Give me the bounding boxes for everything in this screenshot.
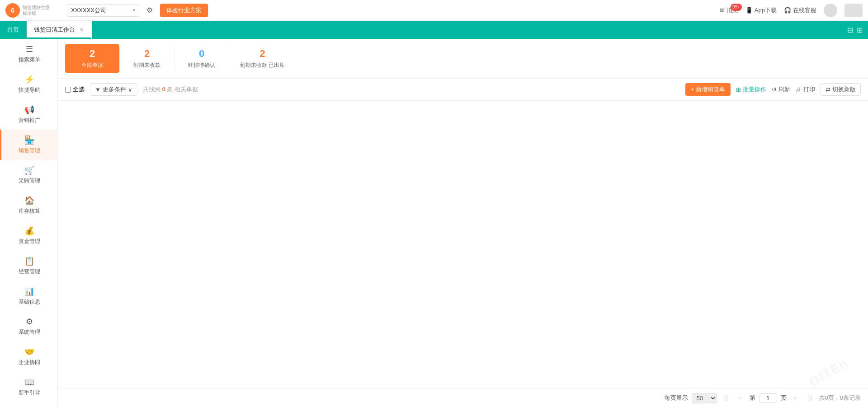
- sidebar-label-finance: 资金管理: [19, 238, 40, 245]
- finance-icon: 💰: [24, 226, 34, 236]
- new-order-button[interactable]: + 新增销货单: [685, 83, 731, 96]
- stat-card-shipped[interactable]: 2 到期未收款 已出库: [229, 44, 296, 73]
- sidebar-item-inventory[interactable]: 🏠 库存核算: [0, 190, 57, 220]
- sidebar-item-purchase[interactable]: 🛒 采购管理: [0, 160, 57, 190]
- tab-minimize-icon[interactable]: ⊟: [847, 26, 853, 34]
- logo-text: 畅捷通好生意 标准版: [23, 5, 50, 16]
- prev-page-button[interactable]: ＜: [735, 393, 746, 403]
- sidebar-label-system: 系统管理: [19, 328, 40, 336]
- first-page-button[interactable]: ⟨⟨: [721, 393, 731, 403]
- company-selector[interactable]: XXXXXX公司 ▾: [67, 4, 139, 17]
- enterprise-icon: 🤝: [24, 347, 34, 357]
- sidebar-item-app-center[interactable]: 📦 应用中心: [0, 402, 57, 407]
- sidebar-item-operations[interactable]: 📋 经营管理: [0, 251, 57, 281]
- filter-icon: ▼: [95, 86, 101, 93]
- sidebar-label-enterprise: 企业协同: [19, 359, 40, 366]
- sidebar-item-finance[interactable]: 💰 资金管理: [0, 220, 57, 251]
- filter-label: 更多条件: [103, 85, 126, 94]
- online-service-label: 在线客服: [793, 6, 816, 14]
- online-service-button[interactable]: 🎧 在线客服: [784, 6, 816, 14]
- sales-icon: 🏪: [24, 135, 34, 145]
- stat-card-overdue[interactable]: 2 到期未收款: [120, 44, 174, 73]
- sidebar-label-marketing: 营销推广: [19, 117, 40, 124]
- sidebar-item-marketing[interactable]: 📢 营销推广: [0, 99, 57, 130]
- stat-card-pending[interactable]: 0 旺辅待确认: [175, 44, 229, 73]
- search-menu-icon: ☰: [26, 44, 33, 54]
- tab-close-icon[interactable]: ✕: [80, 27, 84, 33]
- sidebar-item-system[interactable]: ⚙ 系统管理: [0, 311, 57, 342]
- switch-version-button[interactable]: ⇄ 切换新版: [821, 83, 861, 96]
- page-number-input[interactable]: [759, 393, 777, 403]
- select-all-checkbox[interactable]: 全选: [65, 85, 85, 94]
- tab-home[interactable]: 首页: [0, 21, 27, 39]
- sidebar-label-inventory: 库存核算: [19, 207, 40, 215]
- stat-card-all[interactable]: 2 全部单据: [65, 44, 119, 73]
- stat-label-overdue: 到期未收款: [133, 61, 160, 69]
- operations-icon: 📋: [24, 256, 34, 266]
- basic-info-icon: 📊: [24, 286, 34, 296]
- tab-maximize-icon[interactable]: ⊞: [857, 26, 863, 34]
- print-label: 打印: [803, 85, 815, 94]
- settings-button[interactable]: ⚙: [143, 4, 156, 17]
- phone-icon: 📱: [745, 7, 753, 14]
- sidebar-item-enterprise[interactable]: 🤝 企业协同: [0, 342, 57, 372]
- refresh-button[interactable]: ↺ 刷新: [772, 85, 790, 94]
- sidebar-label-operations: 经营管理: [19, 268, 40, 276]
- sidebar-item-guide[interactable]: 📖 新手引导: [0, 372, 57, 402]
- stat-number-pending: 0: [199, 48, 204, 60]
- purchase-icon: 🛒: [24, 165, 34, 175]
- batch-icon: ⊞: [736, 86, 741, 93]
- nav-tabs-actions: ⊟ ⊞: [842, 21, 868, 39]
- app-download-label: App下载: [755, 6, 777, 14]
- sidebar-item-sales[interactable]: 🏪 销售管理: [0, 130, 57, 160]
- select-all-input[interactable]: [65, 87, 71, 93]
- app-download-button[interactable]: 📱 App下载: [745, 6, 777, 14]
- avatar-extra: [844, 4, 863, 17]
- inventory-icon: 🏠: [24, 196, 34, 206]
- sidebar: ☰ 搜索菜单 ⚡ 快捷导航 📢 营销推广 🏪 销售管理 🛒 采购管理 🏠 库存核…: [0, 39, 58, 407]
- sidebar-item-basic-info[interactable]: 📊 基础信息: [0, 281, 57, 311]
- page-size-select[interactable]: 20 50 100: [692, 393, 717, 403]
- result-prefix: 共找到: [143, 86, 160, 93]
- page-unit: 页: [781, 394, 787, 402]
- guide-icon: 📖: [24, 377, 34, 387]
- tab-workbench[interactable]: 钱货日清工作台 ✕: [27, 21, 92, 39]
- result-suffix: 相关单据: [175, 86, 198, 93]
- sidebar-label-sales: 销售管理: [19, 147, 40, 154]
- topbar-right: ✉ 消息 99+ 📱 App下载 🎧 在线客服: [720, 4, 863, 17]
- sidebar-label-guide: 新手引导: [19, 389, 40, 397]
- stat-number-all: 2: [90, 48, 95, 60]
- tab-home-label: 首页: [7, 26, 19, 34]
- batch-label: 批量操作: [743, 85, 766, 94]
- stat-label-shipped: 到期未收款 已出库: [240, 61, 285, 69]
- last-page-button[interactable]: ⟩⟩: [805, 393, 816, 403]
- logo-icon: 6: [5, 3, 20, 18]
- experience-button[interactable]: 体验行业方案: [160, 4, 208, 17]
- sidebar-item-quick-nav[interactable]: ⚡ 快捷导航: [0, 69, 57, 99]
- filter-chevron-icon: ∨: [128, 86, 132, 93]
- sidebar-label-search: 搜索菜单: [19, 56, 40, 64]
- refresh-label: 刷新: [778, 85, 790, 94]
- stat-label-all: 全部单据: [81, 61, 103, 69]
- sidebar-item-search[interactable]: ☰ 搜索菜单: [0, 39, 57, 69]
- switch-icon: ⇄: [826, 86, 830, 93]
- print-button[interactable]: 🖨 打印: [796, 85, 815, 94]
- sidebar-label-purchase: 采购管理: [19, 177, 40, 185]
- select-all-label: 全选: [73, 85, 85, 94]
- message-button[interactable]: ✉ 消息 99+: [720, 6, 738, 14]
- message-badge: 99+: [731, 4, 742, 11]
- headset-icon: 🎧: [784, 7, 791, 14]
- result-count: 0: [162, 86, 165, 93]
- next-page-button[interactable]: ＞: [790, 393, 801, 403]
- avatar[interactable]: [824, 4, 837, 17]
- nav-tabs: 首页 钱货日清工作台 ✕ ⊟ ⊞: [0, 21, 868, 39]
- toolbar: 全选 ▼ 更多条件 ∨ 共找到 0 条 相关单据 + 新增销货单 ⊞ 批量操作: [58, 79, 868, 101]
- table-area: [58, 101, 868, 388]
- topbar-left: 6 畅捷通好生意 标准版 XXXXXX公司 ▾ ⚙ 体验行业方案: [5, 3, 208, 18]
- page-size-label: 每页显示: [665, 394, 688, 402]
- stat-number-shipped: 2: [260, 48, 265, 60]
- batch-operation-button[interactable]: ⊞ 批量操作: [736, 85, 766, 94]
- quick-nav-icon: ⚡: [24, 75, 34, 84]
- app-title: 畅捷通好生意: [23, 5, 50, 10]
- filter-button[interactable]: ▼ 更多条件 ∨: [90, 83, 137, 96]
